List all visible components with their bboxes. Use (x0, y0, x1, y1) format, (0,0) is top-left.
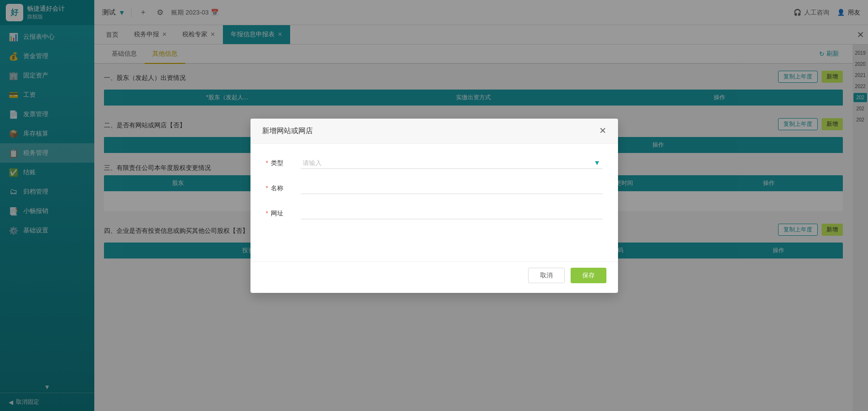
add-website-modal: 新增网站或网店 ✕ * 类型 ▼ * 名称 (250, 119, 618, 293)
dropdown-icon: ▼ (594, 159, 601, 167)
name-input-wrapper (301, 183, 603, 194)
name-input[interactable] (301, 183, 603, 194)
required-mark: * (266, 184, 268, 192)
modal-overlay: 新增网站或网店 ✕ * 类型 ▼ * 名称 (0, 0, 868, 411)
modal-close-btn[interactable]: ✕ (599, 126, 606, 135)
form-row-type: * 类型 ▼ (266, 157, 603, 169)
modal-body: * 类型 ▼ * 名称 * (250, 144, 618, 261)
form-label-url: * 网址 (266, 209, 295, 218)
modal-title: 新增网站或网店 (262, 126, 313, 136)
required-mark: * (266, 210, 268, 217)
url-input-wrapper (301, 208, 603, 219)
url-input[interactable] (301, 208, 603, 219)
required-mark: * (266, 159, 268, 167)
form-label-name: * 名称 (266, 184, 295, 193)
save-button[interactable]: 保存 (571, 268, 606, 283)
modal-footer: 取消 保存 (250, 261, 618, 293)
form-label-type: * 类型 (266, 159, 295, 167)
type-input-wrapper: ▼ (301, 157, 603, 169)
type-input[interactable] (301, 157, 603, 168)
modal-header: 新增网站或网店 ✕ (250, 119, 618, 144)
cancel-button[interactable]: 取消 (528, 268, 565, 283)
form-row-url: * 网址 (266, 208, 603, 219)
form-row-name: * 名称 (266, 183, 603, 194)
